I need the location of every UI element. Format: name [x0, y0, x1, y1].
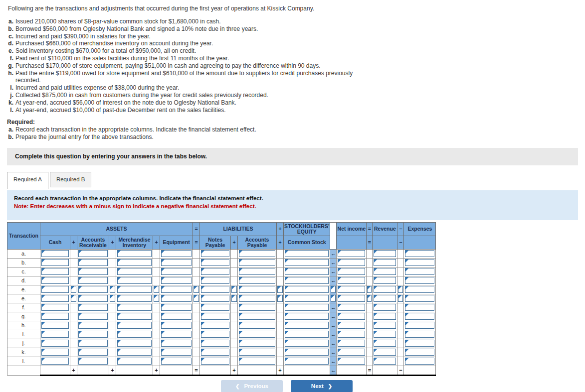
- cell-input-e1-sep4[interactable]: [194, 286, 198, 292]
- cell-input-l-accounts-payable[interactable]: [239, 358, 275, 364]
- cell-input-e1-sep3[interactable]: [154, 286, 159, 292]
- cell-input-a-revenue[interactable]: [374, 251, 395, 257]
- tab-required-a[interactable]: Required A: [7, 172, 48, 189]
- cell-input-k-expenses[interactable]: [405, 349, 434, 355]
- cell-input-h-notes-payable[interactable]: [201, 322, 229, 328]
- cell-input-d-merchandise-inventory[interactable]: [118, 277, 151, 283]
- cell-input-k-cash[interactable]: [42, 349, 68, 355]
- cell-input-f-expenses[interactable]: [405, 304, 434, 310]
- cell-input-b-notes-payable[interactable]: [201, 260, 229, 265]
- cell-input-e2-sep4[interactable]: [194, 295, 198, 301]
- cell-input-l-common-stock[interactable]: [285, 358, 328, 364]
- cell-input-g-cash[interactable]: [42, 313, 68, 319]
- cell-input-h-cash[interactable]: [42, 322, 68, 328]
- cell-input-d-revenue[interactable]: [374, 277, 395, 283]
- cell-input-a-equipment[interactable]: [162, 251, 191, 257]
- cell-input-e2-accounts-receivable[interactable]: [79, 295, 107, 301]
- cell-input-i-cash[interactable]: [42, 331, 68, 337]
- cell-input-l-cash[interactable]: [42, 358, 68, 364]
- cell-input-a-notes-payable[interactable]: [201, 251, 229, 257]
- cell-input-g-notes-payable[interactable]: [201, 313, 229, 319]
- cell-input-g-merchandise-inventory[interactable]: [118, 313, 151, 319]
- cell-input-e1-common-stock[interactable]: [285, 286, 328, 292]
- cell-input-i-common-stock[interactable]: [285, 331, 328, 337]
- cell-input-c-expenses[interactable]: [405, 268, 434, 274]
- cell-input-l-revenue[interactable]: [374, 358, 395, 364]
- cell-input-e2-sep8[interactable]: [398, 295, 402, 301]
- cell-input-j-expenses[interactable]: [405, 340, 434, 346]
- cell-input-i-accounts-receivable[interactable]: [79, 331, 107, 337]
- cell-input-e1-arrow[interactable]: [331, 286, 335, 292]
- cell-input-a-accounts-receivable[interactable]: [79, 251, 107, 257]
- cell-input-e1-accounts-receivable[interactable]: [79, 286, 107, 292]
- cell-input-b-accounts-receivable[interactable]: [79, 260, 107, 265]
- cell-input-e1-sep1[interactable]: [71, 286, 76, 292]
- cell-input-i-revenue[interactable]: [374, 331, 395, 337]
- cell-input-e2-net-income[interactable]: [338, 295, 365, 301]
- cell-input-e2-accounts-payable[interactable]: [239, 295, 275, 301]
- next-button[interactable]: Next ❯: [291, 380, 353, 392]
- cell-input-c-common-stock[interactable]: [285, 268, 328, 274]
- cell-input-d-expenses[interactable]: [405, 277, 434, 283]
- cell-input-l-notes-payable[interactable]: [201, 358, 229, 364]
- cell-input-h-net-income[interactable]: [338, 322, 365, 328]
- cell-input-b-equipment[interactable]: [162, 260, 191, 265]
- cell-input-g-accounts-receivable[interactable]: [79, 313, 107, 319]
- cell-input-e1-sep7[interactable]: [368, 286, 371, 292]
- cell-input-e1-net-income[interactable]: [338, 286, 365, 292]
- cell-input-i-expenses[interactable]: [405, 331, 434, 337]
- cell-input-c-notes-payable[interactable]: [201, 268, 229, 274]
- cell-input-j-revenue[interactable]: [374, 340, 395, 346]
- cell-input-l-merchandise-inventory[interactable]: [118, 358, 151, 364]
- cell-input-d-accounts-payable[interactable]: [239, 277, 275, 283]
- cell-input-c-revenue[interactable]: [374, 268, 395, 274]
- cell-input-g-net-income[interactable]: [338, 313, 365, 319]
- cell-input-f-accounts-payable[interactable]: [239, 304, 275, 310]
- cell-input-e2-sep3[interactable]: [154, 295, 159, 301]
- cell-input-f-notes-payable[interactable]: [201, 304, 229, 310]
- cell-input-g-revenue[interactable]: [374, 313, 395, 319]
- cell-input-g-expenses[interactable]: [405, 313, 434, 319]
- cell-input-k-merchandise-inventory[interactable]: [118, 349, 151, 355]
- cell-input-d-accounts-receivable[interactable]: [79, 277, 107, 283]
- cell-input-j-net-income[interactable]: [338, 340, 365, 346]
- cell-input-i-merchandise-inventory[interactable]: [118, 331, 151, 337]
- tab-required-b[interactable]: Required B: [50, 172, 92, 187]
- cell-input-f-equipment[interactable]: [162, 304, 191, 310]
- cell-input-a-accounts-payable[interactable]: [239, 251, 275, 257]
- cell-input-i-notes-payable[interactable]: [201, 331, 229, 337]
- cell-input-f-accounts-receivable[interactable]: [79, 304, 107, 310]
- cell-input-g-equipment[interactable]: [162, 313, 191, 319]
- cell-input-j-equipment[interactable]: [162, 340, 191, 346]
- cell-input-l-accounts-receivable[interactable]: [79, 358, 107, 364]
- cell-input-j-merchandise-inventory[interactable]: [118, 340, 151, 346]
- cell-input-e2-sep2[interactable]: [110, 295, 115, 301]
- cell-input-e2-arrow[interactable]: [331, 295, 335, 301]
- cell-input-f-revenue[interactable]: [374, 304, 395, 310]
- cell-input-e2-merchandise-inventory[interactable]: [118, 295, 151, 301]
- cell-input-k-equipment[interactable]: [162, 349, 191, 355]
- cell-input-b-common-stock[interactable]: [285, 260, 328, 265]
- cell-input-l-equipment[interactable]: [162, 358, 191, 364]
- cell-input-k-common-stock[interactable]: [285, 349, 328, 355]
- previous-button[interactable]: ❮ Previous: [221, 380, 283, 392]
- cell-input-k-notes-payable[interactable]: [201, 349, 229, 355]
- cell-input-k-net-income[interactable]: [338, 349, 365, 355]
- cell-input-d-net-income[interactable]: [338, 277, 365, 283]
- cell-input-e1-notes-payable[interactable]: [201, 286, 229, 292]
- cell-input-e1-equipment[interactable]: [162, 286, 191, 292]
- cell-input-c-accounts-receivable[interactable]: [79, 268, 107, 274]
- cell-input-e2-revenue[interactable]: [374, 295, 395, 301]
- cell-input-a-merchandise-inventory[interactable]: [118, 251, 151, 257]
- cell-input-k-revenue[interactable]: [374, 349, 395, 355]
- cell-input-k-accounts-payable[interactable]: [239, 349, 275, 355]
- cell-input-i-equipment[interactable]: [162, 331, 191, 337]
- cell-input-g-accounts-payable[interactable]: [239, 313, 275, 319]
- cell-input-j-accounts-payable[interactable]: [239, 340, 275, 346]
- cell-input-f-cash[interactable]: [42, 304, 68, 310]
- cell-input-a-net-income[interactable]: [338, 251, 365, 257]
- cell-input-h-accounts-receivable[interactable]: [79, 322, 107, 328]
- cell-input-d-notes-payable[interactable]: [201, 277, 229, 283]
- cell-input-f-merchandise-inventory[interactable]: [118, 304, 151, 310]
- cell-input-e1-accounts-payable[interactable]: [239, 286, 275, 292]
